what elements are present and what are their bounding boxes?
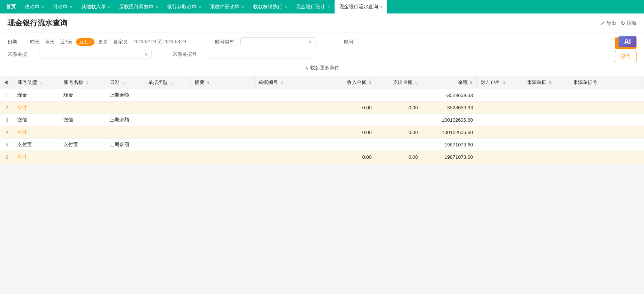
nav-tab-yuShouChong[interactable]: 预收冲应收单 × — [206, 0, 248, 13]
cell-expense — [375, 114, 422, 126]
table-row: 5支付宝支付宝上期余额19871073.60 — [0, 139, 644, 151]
cell-account-name — [60, 101, 106, 114]
nav-tab-liuShuiChaxun[interactable]: 现金银行流水查询 × — [335, 0, 387, 13]
th-account-name[interactable]: 账号名称 ⇅ — [60, 76, 106, 89]
date-btn-7days[interactable]: 近7天 — [59, 38, 74, 46]
cell-income — [329, 114, 375, 126]
th-date[interactable]: 日期 ⇅ — [106, 76, 144, 89]
account-type-select[interactable]: ∨ — [240, 37, 315, 46]
collapse-bar[interactable]: ∧ 收起更多条件 — [8, 63, 636, 73]
cell-date: 上期余额 — [106, 114, 144, 126]
th-doc-type[interactable]: 单据类型 ⇅ — [144, 76, 191, 89]
export-button[interactable]: ↗ 导出 — [600, 20, 616, 27]
sort-icon: ⇅ — [502, 81, 505, 85]
sort-icon: ⇅ — [170, 81, 173, 85]
nav-tab-qitaShouRuDan[interactable]: 其他收入单 × — [77, 0, 115, 13]
table-row: 4小计0.000.00100102606.60 — [0, 126, 644, 139]
th-source-doc-no[interactable]: 来源单据号 — [569, 76, 644, 89]
cell-doc-type — [144, 101, 191, 114]
th-summary[interactable]: 摘要 ⇅ — [191, 76, 255, 89]
nav-tab-shouKuanDan[interactable]: 收款单 × — [20, 0, 48, 13]
top-nav: 首页 收款单 × 付款单 × 其他收入单 × 应收应付调整单 × 银行存取款单 … — [0, 0, 644, 13]
cell-account-type: 小计 — [14, 101, 60, 114]
row-number: 5 — [0, 139, 14, 151]
cell-source-doc — [523, 101, 569, 114]
table-row: 6小计0.000.0019871073.60 — [0, 151, 644, 163]
nav-tab-fuKuanDan[interactable]: 付款单 × — [48, 0, 77, 13]
close-icon[interactable]: × — [108, 4, 110, 9]
close-icon[interactable]: × — [327, 4, 330, 9]
ai-badge[interactable]: Ai — [618, 36, 636, 47]
cell-summary — [191, 101, 255, 114]
date-btn-more[interactable]: 更多 — [97, 38, 110, 46]
th-balance[interactable]: 余额 ⇅ — [422, 76, 477, 89]
cell-doc-type — [144, 139, 191, 151]
close-icon[interactable]: × — [156, 4, 158, 9]
cell-date — [106, 101, 144, 114]
cell-doc-type — [144, 126, 191, 139]
th-counterpart-label: 对方户名 — [480, 79, 500, 85]
cell-source-doc-no — [569, 101, 644, 114]
th-income[interactable]: 收入金额 ⇅ — [329, 76, 375, 89]
date-btn-yesterday[interactable]: 昨天 — [29, 38, 41, 46]
cell-account-name: 支付宝 — [60, 139, 106, 151]
th-balance-label: 余额 — [458, 79, 468, 85]
nav-tab-yinHangCunQu[interactable]: 银行存取款单 × — [163, 0, 206, 13]
sort-icon: ⇅ — [470, 81, 473, 85]
close-icon[interactable]: × — [285, 4, 287, 9]
date-btn-1month[interactable]: 近1月 — [76, 38, 95, 46]
sort-icon: ⇅ — [85, 81, 88, 85]
nav-tab-xianjinTongji[interactable]: 现金银行统计 × — [291, 0, 334, 13]
nav-home[interactable]: 首页 — [2, 0, 20, 13]
cell-summary — [191, 151, 255, 163]
date-btn-today[interactable]: 今天 — [44, 38, 56, 46]
cell-balance: 100102606.60 — [422, 114, 477, 126]
close-icon[interactable]: × — [380, 4, 383, 9]
th-summary-label: 摘要 — [195, 79, 204, 85]
source-doc-label: 来源单据 — [8, 51, 27, 58]
sort-icon: ⇅ — [368, 81, 371, 85]
settings-button[interactable]: 设置 — [615, 51, 636, 62]
th-account-type[interactable]: 账号类型 ⇅ — [14, 76, 60, 89]
cell-income: 0.00 — [329, 101, 375, 114]
th-expense[interactable]: 支出金额 ⇅ — [375, 76, 422, 89]
close-icon[interactable]: × — [242, 4, 244, 9]
th-gear[interactable]: ⚙ — [0, 76, 14, 89]
cell-expense: 0.00 — [375, 101, 422, 114]
th-date-label: 日期 — [110, 79, 120, 85]
th-expense-label: 支出金额 — [393, 79, 413, 85]
table-container: ⚙ 账号类型 ⇅ 账号名称 ⇅ 日期 ⇅ 单据类型 ⇅ 摘 — [0, 76, 644, 163]
refresh-icon: ↻ — [621, 20, 625, 26]
nav-tab-yingShouTiaoZheng[interactable]: 应收应付调整单 × — [115, 0, 162, 13]
table-header-row: ⚙ 账号类型 ⇅ 账号名称 ⇅ 日期 ⇅ 单据类型 ⇅ 摘 — [0, 76, 644, 89]
export-icon: ↗ — [600, 20, 605, 26]
cell-source-doc — [523, 89, 569, 101]
refresh-button[interactable]: ↻ 刷新 — [621, 20, 636, 27]
cell-balance: 100102606.60 — [422, 126, 477, 139]
cell-summary — [191, 114, 255, 126]
cell-summary — [191, 126, 255, 139]
sort-icon: ⇅ — [548, 81, 551, 85]
cell-counterpart — [477, 126, 523, 139]
th-account-name-label: 账号名称 — [64, 79, 83, 85]
chevron-down-icon: ∨ — [144, 51, 148, 57]
cell-summary — [191, 89, 255, 101]
th-source-doc[interactable]: 来源单据 ⇅ — [523, 76, 569, 89]
cell-expense: 0.00 — [375, 151, 422, 163]
source-doc-no-input[interactable] — [203, 50, 315, 58]
close-icon[interactable]: × — [199, 4, 201, 9]
sort-icon: ⇅ — [122, 81, 125, 85]
row-number: 2 — [0, 101, 14, 114]
source-doc-select[interactable]: ∨ — [39, 50, 152, 58]
date-btn-custom[interactable]: 自定义 — [112, 38, 129, 46]
cell-account-type: 现金 — [14, 89, 60, 101]
th-doc-no[interactable]: 单据编号 ⇅ — [255, 76, 329, 89]
cell-counterpart — [477, 114, 523, 126]
nav-tab-shouKuanHeXiao[interactable]: 收款核销执行 × — [249, 0, 291, 13]
th-counterpart[interactable]: 对方户名 ⇅ — [477, 76, 523, 89]
th-doc-type-label: 单据类型 — [148, 79, 168, 85]
close-icon[interactable]: × — [42, 4, 44, 9]
close-icon[interactable]: × — [70, 4, 72, 9]
more-options-icon[interactable]: ··· — [455, 39, 459, 45]
account-input[interactable] — [365, 38, 447, 46]
